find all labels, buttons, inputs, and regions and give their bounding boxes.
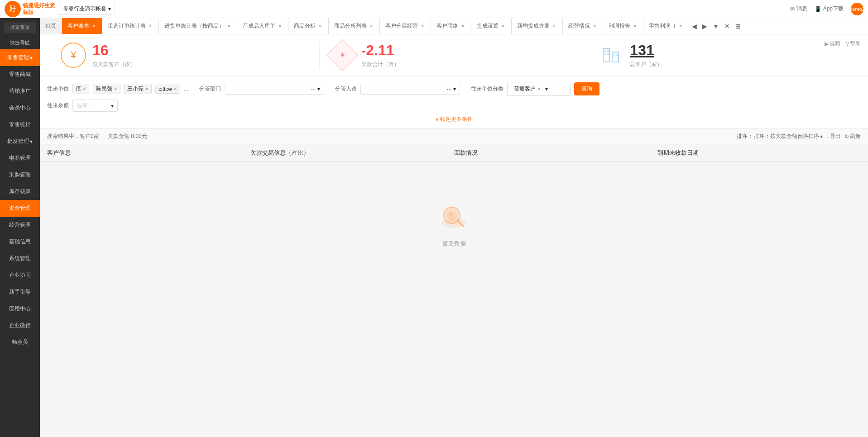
dept-label: 分管部门 [199, 85, 221, 93]
tab-product-analysis-list[interactable]: 商品分析列表 ✕ [329, 18, 380, 34]
sidebar-item-retail-shop[interactable]: 零售商城 [0, 66, 40, 83]
tab-new-boost[interactable]: 新增提成方案 ✕ [512, 18, 563, 34]
tab-close-customer-contact[interactable]: ✕ [460, 23, 465, 29]
svg-rect-6 [614, 54, 615, 56]
sidebar-item-members[interactable]: 畅会员 [0, 334, 40, 351]
tab-home[interactable]: 首页 [40, 18, 62, 34]
sidebar-item-app-center[interactable]: 应用中心 [0, 300, 40, 317]
sidebar-item-membership[interactable]: 会员中心 [0, 100, 40, 116]
top-bar: 好 畅捷通好生意 标版 母婴行业演示帐套 ▾ ✉ 消息 📱 App下载 dem [0, 0, 868, 18]
tab-next-button[interactable]: ▶ [700, 23, 710, 30]
sidebar: 搜索菜单 快捷导航 零售管理 ▾ 零售商城 营销推广 会员中心 零售统计 批发管… [0, 18, 40, 437]
sidebar-item-sys-mgmt[interactable]: 系统管理 [0, 250, 40, 267]
col-due-date: 到期未收款日期 [657, 149, 861, 157]
sidebar-item-finance[interactable]: 资金管理 [0, 200, 40, 217]
filter-more-button[interactable]: ... [184, 86, 188, 92]
chevron-icon: ▾ [30, 55, 33, 61]
person-label: 分管人员 [335, 85, 357, 93]
top-bar-left: 好 畅捷通好生意 标版 母婴行业演示帐套 ▾ [5, 1, 115, 17]
normal-customer-close[interactable]: ✕ [537, 86, 541, 91]
tab-purchase-order[interactable]: 采购订单统计表 ✕ [102, 18, 159, 34]
collapse-button[interactable]: ∧ 收起更多条件 [435, 115, 473, 123]
person-select[interactable]: ··· ▾ [360, 84, 460, 95]
sidebar-item-enterprise-wechat[interactable]: 企业微信 [0, 317, 40, 334]
quick-nav-button[interactable]: 快捷导航 [0, 37, 40, 49]
sidebar-item-basic-info[interactable]: 基础信息 [0, 233, 40, 250]
messages-button[interactable]: ✉ 消息 [790, 5, 807, 13]
phone-icon: 📱 [815, 6, 821, 12]
tab-customers[interactable]: 客户账本 ✕ [62, 18, 102, 34]
svg-rect-7 [616, 54, 618, 56]
col-collection: 回款情况 [454, 149, 657, 157]
tab-biz-status[interactable]: 经营情况 ✕ [563, 18, 603, 34]
tab-close-purchase-stats[interactable]: ✕ [226, 23, 231, 29]
tab-purchase-stats[interactable]: 进货单统计表（按商品） ✕ [159, 18, 237, 34]
tab-close-new-boost[interactable]: ✕ [551, 23, 557, 29]
sidebar-item-retail-stats[interactable]: 零售统计 [0, 116, 40, 133]
query-button[interactable]: 查询 [574, 82, 599, 95]
col-debt-info: 欠款交易信息（占比） [250, 149, 454, 157]
balance-label: 往来余额 [47, 102, 69, 109]
tab-close-product-analysis-list[interactable]: ✕ [369, 23, 374, 29]
help-button[interactable]: ? 帮助 [846, 40, 861, 48]
tab-close-customer-segment[interactable]: ✕ [420, 23, 425, 29]
filter-tag-wa-close[interactable]: ✕ [82, 86, 86, 91]
svg-rect-1 [612, 52, 619, 62]
tab-close-customers[interactable]: ✕ [91, 23, 96, 29]
tab-profit-report[interactable]: 利润报告 ✕ [603, 18, 643, 34]
sort-select[interactable]: 排序： 排序：按欠款金额倒序排序 ▾ [737, 133, 823, 140]
unit-type-select[interactable]: 普通客户 ✕ ▾ [507, 82, 571, 96]
tab-close-boost-settings[interactable]: ✕ [500, 23, 506, 29]
sidebar-item-inventory[interactable]: 库存核算 [0, 183, 40, 200]
refresh-icon: ↻ [844, 133, 849, 140]
sidebar-item-retail-mgmt[interactable]: 零售管理 ▾ [0, 49, 40, 66]
sidebar-item-enterprise-coop[interactable]: 企业协同 [0, 267, 40, 284]
account-dropdown[interactable]: 母婴行业演示帐套 ▾ [59, 3, 115, 15]
dept-select[interactable]: ··· ▾ [225, 84, 324, 95]
logo-text: 畅捷通好生意 标版 [23, 2, 55, 15]
tab-product-inbound[interactable]: 产成品入库单 ✕ [237, 18, 288, 34]
diamond-icon: ✦ [326, 39, 358, 71]
search-menu-button[interactable]: 搜索菜单 [4, 22, 36, 33]
export-button[interactable]: ↓ 导出 [826, 133, 841, 140]
balance-select[interactable]: 选择... ▾ [72, 100, 118, 112]
sidebar-item-new-guide[interactable]: 新手引导 [0, 284, 40, 300]
filter-tag-cjttcw-close[interactable]: ✕ [173, 86, 177, 91]
filter-tag-wang-close[interactable]: ✕ [145, 86, 149, 91]
table-header: 客户信息 欠款交易信息（占比） 回款情况 到期未收款日期 [40, 144, 868, 162]
tab-restore-button[interactable]: ⊞ [733, 23, 743, 30]
tab-close-product-inbound[interactable]: ✕ [277, 23, 283, 29]
tab-menu-button[interactable]: ▼ [710, 23, 722, 30]
video-help-button[interactable]: ▶ 视频 [825, 40, 840, 48]
chevron-down-icon5: ▾ [820, 133, 823, 140]
tab-retail-profit[interactable]: 零售利润（ ✕ [643, 18, 689, 34]
tab-prev-button[interactable]: ◀ [689, 23, 700, 30]
tab-close-purchase-order[interactable]: ✕ [148, 23, 153, 29]
filter-tag-chen-close[interactable]: ✕ [114, 86, 117, 91]
sidebar-search-area: 搜索菜单 [0, 18, 40, 37]
tab-product-analysis[interactable]: 商品分析 ✕ [288, 18, 329, 34]
sidebar-item-ecommerce[interactable]: 电商管理 [0, 150, 40, 166]
tab-customer-segment[interactable]: 客户分层经营 ✕ [380, 18, 431, 34]
tab-close-retail-profit[interactable]: ✕ [678, 23, 683, 29]
user-avatar[interactable]: demo2 [851, 3, 863, 15]
unit-type-label: 往来单位分类 [471, 85, 504, 93]
tab-close-product-analysis[interactable]: ✕ [317, 23, 323, 29]
sidebar-item-ops[interactable]: 经营管理 [0, 217, 40, 233]
chevron-up-icon: ∧ [435, 116, 439, 123]
tab-close-all-button[interactable]: ✕ [722, 23, 733, 30]
filter-row-2: 往来余额 选择... ▾ [47, 100, 861, 112]
tab-customer-contact[interactable]: 客户联络 ✕ [431, 18, 471, 34]
refresh-button[interactable]: ↻ 刷新 [844, 133, 861, 140]
tab-close-biz-status[interactable]: ✕ [592, 23, 597, 29]
building-icon [598, 43, 623, 68]
unit-label: 往来单位 [47, 85, 69, 93]
logo-icon: 好 [5, 1, 21, 17]
tab-boost-settings[interactable]: 提成设置 ✕ [471, 18, 512, 34]
sidebar-item-purchase[interactable]: 采购管理 [0, 166, 40, 183]
sidebar-item-wholesale[interactable]: 批发管理 ▾ [0, 133, 40, 150]
tab-close-profit-report[interactable]: ✕ [632, 23, 638, 29]
app-download-button[interactable]: 📱 App下载 [815, 5, 844, 13]
content-area: 首页 客户账本 ✕ 采购订单统计表 ✕ 进货单统计表（按商品） ✕ 产成品入库单… [40, 18, 868, 437]
sidebar-item-marketing[interactable]: 营销推广 [0, 83, 40, 100]
